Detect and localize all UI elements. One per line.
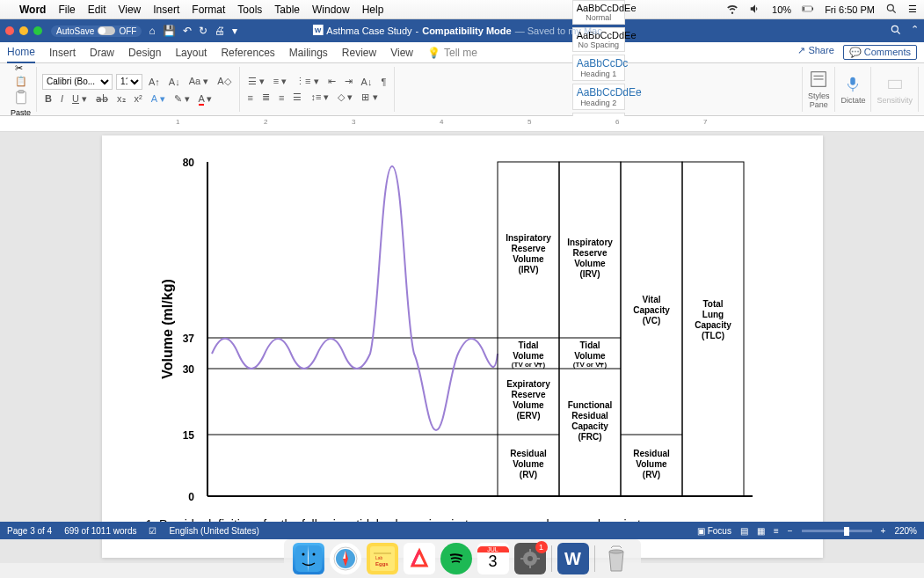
comments-button[interactable]: 💬 Comments — [843, 45, 917, 60]
share-button[interactable]: ↗ Share — [797, 45, 833, 60]
bold-button[interactable]: B — [42, 92, 55, 105]
styles-pane-button[interactable]: Styles Pane — [803, 67, 836, 112]
sort-icon[interactable]: A↓ — [359, 76, 375, 88]
indent-right-icon[interactable]: ⇥ — [342, 75, 355, 88]
chevron-down-icon[interactable]: ⌵ — [606, 26, 612, 37]
autosave-toggle[interactable]: AutoSave OFF — [51, 26, 142, 37]
dock-word[interactable]: W — [557, 543, 589, 574]
clock[interactable]: Fri 6:50 PM — [825, 4, 875, 15]
align-right-icon[interactable]: ≡ — [276, 91, 287, 104]
page-indicator[interactable]: Page 3 of 4 — [7, 526, 52, 536]
tab-insert[interactable]: Insert — [49, 47, 76, 59]
dock-news[interactable] — [404, 543, 435, 574]
focus-mode[interactable]: ▣ Focus — [697, 526, 731, 536]
pilcrow-icon[interactable]: ¶ — [378, 76, 389, 88]
menu-view[interactable]: View — [118, 4, 141, 16]
tab-draw[interactable]: Draw — [90, 47, 114, 59]
app-name[interactable]: Word — [19, 4, 46, 16]
dock-settings[interactable]: 1 — [514, 543, 546, 574]
ribbon-collapse-icon[interactable]: ⌃ — [911, 24, 919, 38]
document-title[interactable]: W Asthma Case Study - Compatibility Mode… — [312, 25, 611, 37]
copy-icon[interactable]: 📋 — [15, 76, 27, 87]
word-count[interactable]: 699 of 1011 words — [64, 526, 136, 536]
align-left-icon[interactable]: ≡ — [245, 91, 256, 104]
zoom-in-icon[interactable]: + — [881, 526, 886, 536]
strike-button[interactable]: a̶b̶ — [93, 92, 111, 106]
spell-check-icon[interactable]: ☑ — [149, 526, 156, 536]
style-heading1[interactable]: AaBbCcDcHeading 1 — [572, 55, 625, 81]
tab-home[interactable]: Home — [7, 42, 35, 63]
underline-button[interactable]: U ▾ — [69, 92, 90, 106]
font-size-select[interactable]: 11 — [116, 74, 142, 90]
borders-icon[interactable]: ⊞ ▾ — [359, 91, 380, 104]
ruler[interactable]: 1 2 3 4 5 6 7 — [0, 116, 924, 132]
menu-insert[interactable]: Insert — [153, 4, 179, 16]
tab-layout[interactable]: Layout — [175, 47, 207, 59]
wifi-icon[interactable] — [726, 3, 738, 17]
dock-safari[interactable] — [330, 543, 361, 574]
font-name-select[interactable]: Calibri (Bo... — [42, 74, 113, 90]
dictate-button[interactable]: Dictate — [835, 67, 871, 112]
menu-help[interactable]: Help — [362, 4, 384, 16]
toggle-icon[interactable] — [98, 26, 115, 35]
paste-label[interactable]: Paste — [11, 108, 31, 117]
menu-format[interactable]: Format — [192, 4, 225, 16]
search-icon[interactable] — [885, 3, 898, 17]
language-indicator[interactable]: English (United States) — [169, 526, 258, 536]
outline-icon[interactable]: ≡ — [774, 526, 779, 536]
dock-finder[interactable] — [293, 543, 324, 574]
menu-file[interactable]: File — [58, 4, 75, 16]
style-normal[interactable]: AaBbCcDdEeNormal — [572, 0, 625, 25]
window-controls[interactable] — [5, 26, 42, 35]
close-icon[interactable] — [5, 26, 14, 35]
web-layout-icon[interactable]: ▦ — [757, 526, 765, 536]
control-center-icon[interactable]: ☰ — [908, 4, 917, 15]
tab-references[interactable]: References — [221, 47, 274, 59]
align-center-icon[interactable]: ≣ — [259, 91, 273, 104]
tab-mailings[interactable]: Mailings — [289, 47, 328, 59]
menu-table[interactable]: Table — [274, 4, 300, 16]
dock-calendar[interactable]: JUL 3 — [477, 543, 509, 574]
print-layout-icon[interactable]: ▤ — [740, 526, 748, 536]
subscript-button[interactable]: x₂ — [114, 92, 128, 106]
dock-notes[interactable]: LabEggs — [367, 543, 398, 574]
save-icon[interactable]: 💾 — [163, 25, 176, 37]
titlebar-search-icon[interactable] — [890, 24, 902, 38]
style-heading2[interactable]: AaBbCcDdEeHeading 2 — [572, 84, 625, 110]
sensitivity-button[interactable]: Sensitivity — [871, 67, 919, 112]
home-icon[interactable]: ⌂ — [149, 25, 155, 37]
clear-format-icon[interactable]: A◇ — [215, 75, 233, 88]
justify-icon[interactable]: ☰ — [290, 91, 304, 104]
print-icon[interactable]: 🖨 — [215, 25, 225, 37]
qat-more-icon[interactable]: ▾ — [232, 25, 237, 37]
document-area[interactable]: 80 37 30 15 0 Volume (ml/kg) Inspiratory — [0, 132, 924, 563]
tab-design[interactable]: Design — [128, 47, 161, 59]
cut-icon[interactable]: ✂ — [15, 62, 27, 74]
volume-icon[interactable] — [749, 3, 761, 17]
shrink-font-icon[interactable]: A↓ — [166, 76, 183, 88]
highlight-icon[interactable]: ✎ ▾ — [171, 92, 193, 106]
tab-view[interactable]: View — [390, 47, 413, 59]
multilevel-icon[interactable]: ⋮≡ ▾ — [293, 75, 321, 88]
indent-left-icon[interactable]: ⇤ — [325, 75, 338, 88]
shading-icon[interactable]: ◇ ▾ — [335, 91, 355, 104]
undo-icon[interactable]: ↶ — [183, 25, 192, 37]
italic-button[interactable]: I — [58, 92, 66, 105]
zoom-out-icon[interactable]: − — [788, 526, 793, 536]
menu-edit[interactable]: Edit — [88, 4, 106, 16]
grow-font-icon[interactable]: A↑ — [146, 76, 163, 88]
change-case-icon[interactable]: Aa ▾ — [186, 75, 212, 88]
minimize-icon[interactable] — [19, 26, 28, 35]
zoom-slider[interactable] — [802, 530, 872, 532]
paste-icon[interactable] — [13, 89, 29, 108]
bullets-icon[interactable]: ☰ ▾ — [245, 75, 267, 88]
redo-icon[interactable]: ↻ — [199, 25, 207, 37]
zoom-level[interactable]: 220% — [894, 526, 917, 536]
tab-review[interactable]: Review — [342, 47, 376, 59]
tell-me[interactable]: 💡 Tell me — [427, 47, 477, 59]
page[interactable]: 80 37 30 15 0 Volume (ml/kg) Inspiratory — [102, 135, 823, 558]
menu-window[interactable]: Window — [312, 4, 350, 16]
superscript-button[interactable]: x² — [132, 92, 145, 105]
dock-spotify[interactable] — [440, 543, 472, 574]
dock-trash[interactable] — [600, 543, 632, 574]
